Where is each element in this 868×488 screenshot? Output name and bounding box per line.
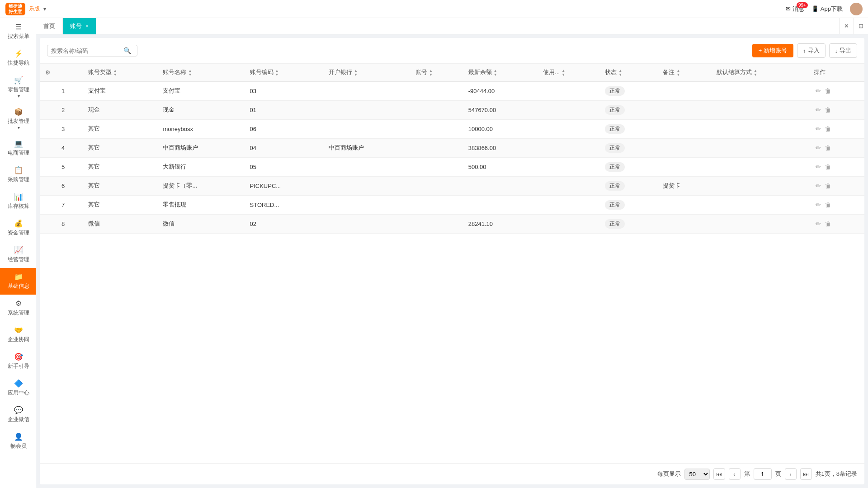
sidebar-item-purchase-mgmt[interactable]: 📋 采购管理 — [0, 161, 36, 188]
row-usage — [538, 214, 599, 233]
export-button[interactable]: ↓ 导出 — [829, 43, 858, 58]
row-default-settlement — [711, 176, 808, 195]
sidebar-item-ecommerce-mgmt[interactable]: 💻 电商管理 — [0, 135, 36, 161]
col-remark[interactable]: 备注▲▼ — [657, 64, 711, 81]
row-settings[interactable] — [40, 176, 56, 195]
sidebar-item-operations-mgmt[interactable]: 📈 经营管理 — [0, 241, 36, 268]
row-actions[interactable]: ✏🗑 — [808, 176, 864, 195]
table-row: 8微信微信0228241.10正常✏🗑 — [40, 214, 864, 233]
delete-button[interactable]: 🗑 — [823, 200, 833, 209]
sidebar-item-basic-info[interactable]: 📁 基础信息 — [0, 268, 36, 295]
row-account-no — [410, 119, 463, 138]
first-page-button[interactable]: ⏮ — [713, 468, 725, 480]
row-actions[interactable]: ✏🗑 — [808, 119, 864, 138]
row-actions[interactable]: ✏🗑 — [808, 138, 864, 157]
col-open-bank[interactable]: 开户银行▲▼ — [323, 64, 410, 81]
row-actions[interactable]: ✏🗑 — [808, 100, 864, 119]
row-actions[interactable]: ✏🗑 — [808, 157, 864, 176]
col-latest-balance[interactable]: 最新余额▲▼ — [463, 64, 538, 81]
row-settings[interactable] — [40, 119, 56, 138]
edit-button[interactable]: ✏ — [814, 124, 823, 133]
import-button[interactable]: ↑ 导入 — [797, 43, 826, 58]
col-settings[interactable]: ⚙ — [40, 64, 56, 81]
app-download-button[interactable]: 📱 App下载 — [811, 5, 843, 13]
sidebar-item-label: 系统管理 — [8, 309, 29, 317]
row-account-type: 现金 — [83, 100, 158, 119]
current-page-input[interactable] — [754, 468, 772, 480]
per-page-select[interactable]: 50 100 200 — [684, 469, 710, 480]
tab-close-button[interactable]: ✕ — [839, 18, 854, 34]
col-status[interactable]: 状态▲▼ — [599, 64, 657, 81]
status-badge: 正常 — [605, 162, 625, 172]
delete-button[interactable]: 🗑 — [823, 181, 833, 190]
row-settings[interactable] — [40, 100, 56, 119]
row-settings[interactable] — [40, 157, 56, 176]
col-account-name[interactable]: 账号名称▲▼ — [157, 64, 244, 81]
edit-button[interactable]: ✏ — [814, 181, 823, 190]
status-badge: 正常 — [605, 219, 625, 229]
tab-home[interactable]: 首页 — [36, 18, 63, 34]
sidebar-item-capital-mgmt[interactable]: 💰 资金管理 — [0, 215, 36, 241]
add-account-button[interactable]: + 新增账号 — [752, 44, 793, 57]
row-account-code: PICKUPC... — [245, 176, 323, 195]
col-default-settlement[interactable]: 默认结算方式▲▼ — [711, 64, 808, 81]
row-open-bank — [323, 81, 410, 100]
col-account-code[interactable]: 账号编码▲▼ — [245, 64, 323, 81]
delete-button[interactable]: 🗑 — [823, 124, 833, 133]
col-account-type[interactable]: 账号类型▲▼ — [83, 64, 158, 81]
last-page-button[interactable]: ⏭ — [800, 468, 812, 480]
edit-button[interactable]: ✏ — [814, 143, 823, 152]
row-usage — [538, 119, 599, 138]
sidebar-item-label: 基础信息 — [8, 282, 29, 290]
search-box[interactable]: 🔍 — [47, 45, 137, 56]
edit-button[interactable]: ✏ — [814, 105, 823, 114]
tab-account-close[interactable]: × — [85, 23, 89, 29]
row-account-type: 其它 — [83, 157, 158, 176]
app-name: 乐版 — [29, 5, 40, 13]
row-account-code: 01 — [245, 100, 323, 119]
sidebar-item-retail-mgmt[interactable]: 🛒 零售管理 ▾ — [0, 71, 36, 103]
sidebar-item-member[interactable]: 👤 畅会员 — [0, 428, 36, 455]
sidebar-item-wholesale-mgmt[interactable]: 📦 批发管理 ▾ — [0, 103, 36, 135]
edit-button[interactable]: ✏ — [814, 162, 823, 171]
delete-button[interactable]: 🗑 — [823, 162, 833, 171]
row-actions[interactable]: ✏🗑 — [808, 81, 864, 100]
sidebar-item-enterprise-agreement[interactable]: 🤝 企业协同 — [0, 321, 36, 348]
prev-page-button[interactable]: ‹ — [729, 468, 741, 480]
row-latest-balance: 28241.10 — [463, 214, 538, 233]
sidebar-item-beginner-guide[interactable]: 🎯 新手引导 — [0, 348, 36, 375]
edit-button[interactable]: ✏ — [814, 200, 823, 209]
delete-button[interactable]: 🗑 — [823, 143, 833, 152]
row-actions[interactable]: ✏🗑 — [808, 195, 864, 214]
delete-button[interactable]: 🗑 — [823, 219, 833, 228]
sidebar-item-enterprise-wechat[interactable]: 💬 企业微信 — [0, 401, 36, 428]
row-settings[interactable] — [40, 214, 56, 233]
message-button[interactable]: ✉ 消息 99+ — [786, 5, 804, 13]
sidebar-item-search-menu[interactable]: ☰ 搜索菜单 — [0, 18, 36, 45]
search-input[interactable] — [51, 47, 123, 54]
table-row: 1支付宝支付宝03-90444.00正常✏🗑 — [40, 81, 864, 100]
tab-maximize-button[interactable]: ⊡ — [854, 18, 868, 34]
row-settings[interactable] — [40, 138, 56, 157]
capital-mgmt-icon: 💰 — [14, 219, 23, 228]
export-label: 导出 — [840, 47, 851, 55]
delete-button[interactable]: 🗑 — [823, 86, 833, 95]
row-settings[interactable] — [40, 81, 56, 100]
sidebar-item-system-mgmt[interactable]: ⚙ 系统管理 — [0, 295, 36, 321]
edit-button[interactable]: ✏ — [814, 86, 823, 95]
edit-button[interactable]: ✏ — [814, 219, 823, 228]
app-dropdown-arrow[interactable]: ▾ — [43, 6, 46, 12]
next-page-button[interactable]: › — [785, 468, 797, 480]
tab-account[interactable]: 账号 × — [63, 18, 96, 34]
col-account-no[interactable]: 账号▲▼ — [410, 64, 463, 81]
user-avatar[interactable] — [850, 3, 863, 15]
row-settings[interactable] — [40, 195, 56, 214]
sidebar-item-app-center[interactable]: 🔷 应用中心 — [0, 375, 36, 401]
delete-button[interactable]: 🗑 — [823, 105, 833, 114]
sidebar-item-inventory[interactable]: 📊 库存核算 — [0, 188, 36, 215]
row-actions[interactable]: ✏🗑 — [808, 214, 864, 233]
col-usage[interactable]: 使用...▲▼ — [538, 64, 599, 81]
content-panel: 🔍 + 新增账号 ↑ 导入 ↓ 导出 — [40, 38, 864, 484]
sidebar-item-label: 新手引导 — [8, 362, 29, 370]
sidebar-item-quick-nav[interactable]: ⚡ 快捷导航 — [0, 45, 36, 71]
